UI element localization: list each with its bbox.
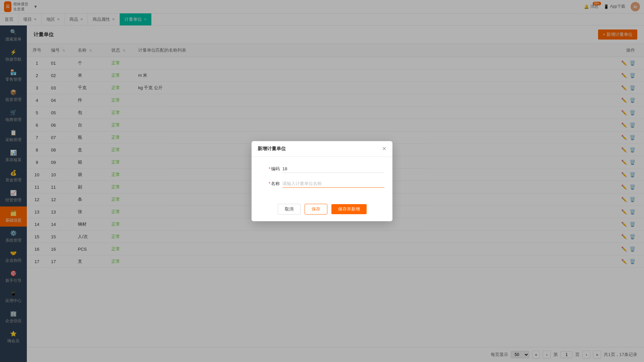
save-new-button[interactable]: 保存并新增 [331, 204, 367, 214]
code-form-row: *编码 [260, 165, 384, 173]
save-button[interactable]: 保存 [305, 204, 327, 215]
name-required-star: * [269, 181, 270, 186]
add-unit-modal: 新增计量单位 ✕ *编码 *名称 取消 保存 保存并新增 [252, 141, 392, 221]
name-input[interactable] [282, 180, 384, 188]
modal-overlay: 新增计量单位 ✕ *编码 *名称 取消 保存 保存并新增 [0, 0, 644, 362]
name-form-row: *名称 [260, 180, 384, 188]
modal-header: 新增计量单位 ✕ [252, 141, 392, 157]
modal-body: *编码 *名称 [252, 157, 392, 200]
cancel-button[interactable]: 取消 [278, 204, 301, 215]
modal-close-btn[interactable]: ✕ [382, 146, 386, 152]
code-label: *编码 [260, 166, 280, 172]
code-required-star: * [269, 166, 270, 171]
code-input[interactable] [282, 165, 384, 173]
modal-footer: 取消 保存 保存并新增 [252, 200, 392, 221]
name-label: *名称 [260, 181, 280, 187]
modal-title: 新增计量单位 [258, 146, 286, 152]
